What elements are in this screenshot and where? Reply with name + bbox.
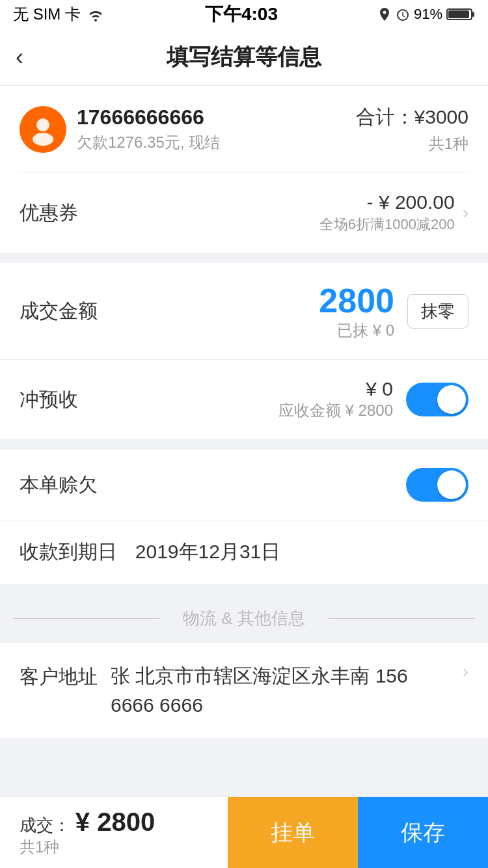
customer-total: 合计：¥3000 共1种 <box>356 104 468 154</box>
battery-icon <box>446 7 475 21</box>
prepaid-amount-block: ¥ 0 应收金额 ¥ 2800 <box>278 378 393 421</box>
chevron-right-icon: › <box>463 202 468 223</box>
coupon-desc: 全场6折满1000减200 <box>319 215 455 234</box>
svg-point-4 <box>36 118 49 131</box>
duedate-label: 收款到期日 <box>20 541 117 562</box>
logistics-header: 物流 & 其他信息 <box>0 594 488 643</box>
amount-section: 成交金额 2800 已抹 ¥ 0 抹零 冲预收 ¥ 0 应收金额 ¥ 2800 <box>0 263 488 439</box>
svg-rect-3 <box>472 12 474 17</box>
debt-row: 本单赊欠 <box>0 450 488 520</box>
status-right: 91% <box>377 6 475 23</box>
battery-pct: 91% <box>414 6 442 23</box>
logistics-line-right <box>329 618 475 619</box>
coupon-row[interactable]: 优惠券 - ¥ 200.00 全场6折满1000减200 › <box>0 173 488 252</box>
logistics-line-left <box>13 618 159 619</box>
debt-toggle[interactable] <box>406 468 468 502</box>
save-button[interactable]: 保存 <box>358 797 488 869</box>
svg-point-5 <box>33 133 53 146</box>
pending-button[interactable]: 挂单 <box>228 797 358 869</box>
location-icon <box>377 7 392 21</box>
bottom-deal-count: 共1种 <box>20 837 208 858</box>
deal-number: 2800 <box>319 281 394 320</box>
coupon-amount: - ¥ 200.00 <box>319 191 455 213</box>
coupon-right: - ¥ 200.00 全场6折满1000减200 › <box>319 191 468 234</box>
page-title: 填写结算等信息 <box>167 42 321 72</box>
deal-label: 成交金额 <box>20 298 98 325</box>
sim-status: 无 SIM 卡 <box>13 4 81 25</box>
address-label: 客户地址 <box>20 661 98 690</box>
customer-row: 17666666666 欠款1276.35元, 现结 合计：¥3000 共1种 <box>0 86 488 172</box>
debt-label: 本单赊欠 <box>20 472 98 498</box>
status-left: 无 SIM 卡 <box>13 4 105 25</box>
customer-section: 17666666666 欠款1276.35元, 现结 合计：¥3000 共1种 … <box>0 86 488 252</box>
address-row[interactable]: 客户地址 张 北京市市辖区海淀区永丰南 156 6666 6666 › <box>0 643 488 738</box>
duedate-value: 2019年12月31日 <box>135 541 280 562</box>
bottom-deal-amount: ¥ 2800 <box>75 807 155 836</box>
debt-section: 本单赊欠 收款到期日 2019年12月31日 <box>0 450 488 584</box>
avatar <box>20 106 66 153</box>
time-display: 下午4:03 <box>205 2 278 27</box>
deal-sub: 已抹 ¥ 0 <box>319 320 394 341</box>
deal-row: 成交金额 2800 已抹 ¥ 0 抹零 <box>0 263 488 359</box>
address-value: 张 北京市市辖区海淀区永丰南 156 6666 6666 <box>111 661 450 720</box>
prepaid-sub: 应收金额 ¥ 2800 <box>278 400 393 421</box>
status-bar: 无 SIM 卡 下午4:03 91% <box>0 0 488 29</box>
prepaid-right: ¥ 0 应收金额 ¥ 2800 <box>278 378 468 421</box>
coupon-value: - ¥ 200.00 全场6折满1000减200 <box>319 191 455 234</box>
deal-amount-block: 2800 已抹 ¥ 0 <box>319 281 394 341</box>
nav-bar: ‹ 填写结算等信息 <box>0 29 488 86</box>
address-section: 客户地址 张 北京市市辖区海淀区永丰南 156 6666 6666 › <box>0 643 488 738</box>
customer-info: 17666666666 欠款1276.35元, 现结 <box>77 105 220 153</box>
content: 17666666666 欠款1276.35元, 现结 合计：¥3000 共1种 … <box>0 86 488 816</box>
debt-toggle-knob <box>437 470 466 499</box>
alarm-icon <box>396 7 410 21</box>
back-button[interactable]: ‹ <box>16 44 23 71</box>
prepaid-row: 冲预收 ¥ 0 应收金额 ¥ 2800 <box>0 359 488 439</box>
bottom-deal-label-row: 成交： ¥ 2800 <box>20 807 208 837</box>
total-count: 共1种 <box>356 133 468 154</box>
address-chevron-icon: › <box>463 661 468 682</box>
customer-left: 17666666666 欠款1276.35元, 现结 <box>20 105 220 153</box>
bottom-bar: 成交： ¥ 2800 共1种 挂单 保存 <box>0 796 488 868</box>
toggle-knob <box>437 385 466 414</box>
coupon-label: 优惠券 <box>20 200 78 226</box>
prepaid-toggle[interactable] <box>406 383 468 416</box>
duedate-row: 收款到期日 2019年12月31日 <box>0 520 488 584</box>
wifi-icon <box>86 7 105 21</box>
prepaid-label: 冲预收 <box>20 387 78 413</box>
svg-rect-2 <box>448 10 469 18</box>
bottom-deal-info: 成交： ¥ 2800 共1种 <box>0 807 228 858</box>
customer-sub: 欠款1276.35元, 现结 <box>77 132 220 153</box>
customer-phone: 17666666666 <box>77 105 220 129</box>
prepaid-amount: ¥ 0 <box>278 378 393 400</box>
logistics-title: 物流 & 其他信息 <box>183 607 305 630</box>
bottom-deal-label: 成交： <box>20 815 70 835</box>
round-button[interactable]: 抹零 <box>407 294 468 329</box>
total-amount: 合计：¥3000 <box>356 104 468 131</box>
deal-right: 2800 已抹 ¥ 0 抹零 <box>319 281 468 341</box>
